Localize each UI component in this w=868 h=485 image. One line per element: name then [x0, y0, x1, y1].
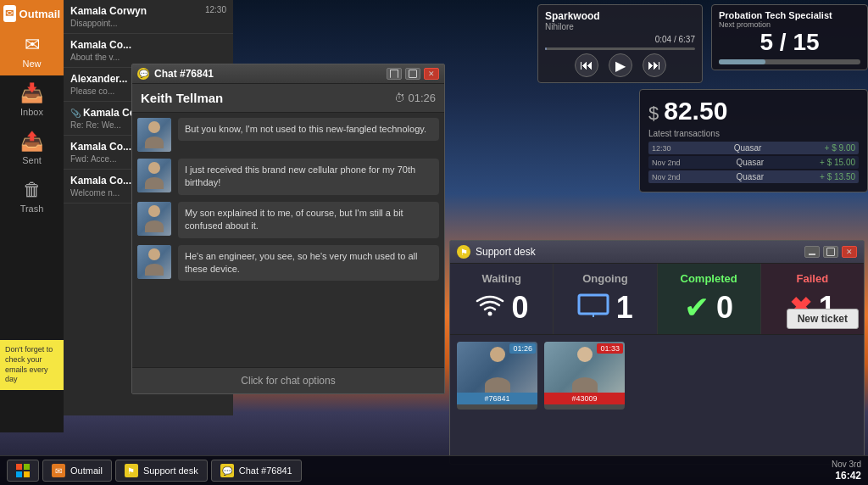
transaction-name-0: Quasar [734, 143, 762, 153]
email-sender-1: Kamala Co... [70, 39, 131, 51]
taskbar-date: Nov 3rd [832, 459, 861, 470]
ticket-id-76841: #76841 [457, 393, 537, 404]
chat-bubble-2: My son explained it to me, of course, bu… [178, 202, 439, 238]
chat-avatar-0 [137, 118, 171, 152]
sidebar-item-new[interactable]: ✉ New [0, 27, 64, 75]
svg-rect-1 [579, 295, 608, 314]
support-stats-row: Waiting 0 Ongoing [450, 264, 864, 335]
email-item-0[interactable]: Kamala Corwyn 12:30 Disappoint... [64, 0, 233, 34]
ticket-76841[interactable]: 01:26 #76841 [457, 342, 537, 410]
transaction-time-1: Nov 2nd [652, 159, 681, 167]
chat-bubble-3: He's an engineer, you see, so he's very … [178, 245, 439, 282]
chat-avatar-1 [137, 159, 171, 192]
start-icon [16, 464, 30, 477]
stat-completed-label: Completed [681, 272, 737, 285]
outmail-sidebar: ✉ Outmail ✉ New 📥 Inbox 📤 Sent 🗑 Trash D… [0, 0, 64, 432]
money-widget: $ 82.50 Latest transactions 12:30 Quasar… [639, 89, 868, 192]
outmail-logo-icon: ✉ [3, 5, 16, 22]
taskbar-outmail-icon: ✉ [52, 464, 65, 477]
ticket-timer-43009: 01:33 [597, 343, 623, 354]
attachment-icon: 📎 [70, 109, 81, 118]
outmail-header: ✉ Outmail [0, 0, 64, 27]
music-progress-fill [545, 47, 547, 50]
chat-timer: ⏱ 01:26 [394, 92, 436, 104]
transactions-label: Latest transactions [648, 129, 859, 138]
taskbar-support-button[interactable]: ⚑ Support desk [115, 460, 208, 482]
stat-ongoing-content: 1 [577, 290, 633, 326]
sidebar-item-sent[interactable]: 📤 Sent [0, 124, 64, 172]
support-minimize-button[interactable] [804, 246, 820, 258]
support-tickets-row: 01:26 #76841 01:33 #43009 [450, 335, 864, 416]
promo-count: 5 / 15 [719, 29, 860, 56]
chat-message-3: He's an engineer, you see, so he's very … [137, 245, 439, 282]
music-next-button[interactable]: ⏭ [643, 53, 666, 77]
svg-rect-4 [16, 464, 22, 470]
transaction-2: Nov 2nd Quasar + $ 13.50 [648, 170, 859, 183]
stat-completed-content: ✔ 0 [684, 290, 733, 326]
transaction-0: 12:30 Quasar + $ 9.00 [648, 142, 859, 154]
new-mail-icon: ✉ [25, 34, 40, 56]
outmail-note: Don't forget to check your emails every … [0, 340, 64, 390]
music-prev-button[interactable]: ⏮ [575, 53, 598, 77]
promo-progress-fill [719, 59, 765, 64]
chat-message-0: But you know, I'm not used to this new-f… [137, 118, 439, 152]
promo-progress-bar [719, 59, 860, 64]
chat-message-2: My son explained it to me, of course, bu… [137, 202, 439, 238]
sent-icon: 📤 [20, 131, 43, 153]
minimize-button[interactable] [387, 68, 402, 80]
transaction-amount-2: + $ 13.50 [820, 172, 855, 181]
chat-window-controls: ✕ [387, 68, 439, 80]
taskbar-start-button[interactable] [7, 460, 39, 482]
email-item-1[interactable]: Kamala Co... About the v... [64, 34, 233, 68]
promo-title: Probation Tech Specialist [719, 10, 860, 20]
support-desk-window: ⚑ Support desk ✕ Waiting [449, 240, 865, 465]
svg-rect-5 [24, 464, 30, 470]
taskbar-support-icon: ⚑ [125, 464, 138, 477]
support-title: Support desk [476, 246, 536, 258]
nav-sent-label: Sent [22, 155, 42, 165]
ticket-43009[interactable]: 01:33 #43009 [544, 342, 625, 410]
email-sender-0: Kamala Corwyn [70, 5, 147, 17]
ticket-timer-76841: 01:26 [509, 343, 536, 354]
money-amount: 82.50 [664, 97, 727, 125]
music-progress-bar[interactable] [545, 47, 695, 50]
support-icon: ⚑ [457, 245, 470, 259]
transaction-time-0: 12:30 [652, 144, 671, 153]
stat-waiting-content: 0 [475, 290, 529, 326]
taskbar-time: 16:42 [832, 470, 861, 483]
stat-waiting-count: 0 [512, 290, 529, 326]
ticket-avatar-76841: 01:26 [457, 342, 537, 393]
email-sender-4: Kamala Co... [70, 141, 131, 153]
support-maximize-button[interactable] [823, 246, 838, 258]
email-preview-1: About the v... [70, 53, 226, 62]
stat-failed-label: Failed [797, 272, 829, 285]
email-sender-2: Alexander... [70, 73, 127, 85]
email-sender-5: Kamala Co... [70, 175, 131, 187]
support-close-button[interactable]: ✕ [842, 246, 857, 258]
chat-avatar-3 [137, 245, 171, 279]
stat-ongoing-label: Ongoing [582, 272, 627, 285]
stat-ongoing: Ongoing 1 [554, 264, 657, 334]
maximize-button[interactable] [405, 68, 420, 80]
sidebar-item-inbox[interactable]: 📥 Inbox [0, 75, 64, 124]
close-button[interactable]: ✕ [424, 68, 439, 80]
svg-point-0 [487, 311, 492, 315]
new-ticket-button[interactable]: New ticket [787, 309, 859, 329]
music-play-button[interactable]: ▶ [609, 53, 632, 77]
taskbar-support-label: Support desk [143, 465, 198, 476]
ticket-id-43009: #43009 [544, 393, 625, 404]
wifi-icon [475, 293, 505, 324]
sidebar-item-trash[interactable]: 🗑 Trash [0, 172, 64, 220]
taskbar-outmail-button[interactable]: ✉ Outmail [42, 460, 112, 482]
outmail-app-name: Outmail [19, 8, 60, 20]
svg-rect-7 [24, 471, 30, 477]
taskbar-chat-icon: 💬 [220, 464, 234, 477]
ticket-avatar-43009: 01:33 [544, 342, 625, 393]
chat-messages-area[interactable]: But you know, I'm not used to this new-f… [132, 113, 444, 367]
chat-bubble-1: I just received this brand new cellular … [178, 159, 439, 195]
ticket-overlay-43009: 01:33 [597, 343, 623, 354]
email-preview-0: Disappoint... [70, 19, 226, 28]
taskbar-chat-button[interactable]: 💬 Chat #76841 [211, 460, 302, 482]
chat-options-button[interactable]: Click for chat options [132, 367, 444, 393]
trash-icon: 🗑 [23, 179, 42, 201]
